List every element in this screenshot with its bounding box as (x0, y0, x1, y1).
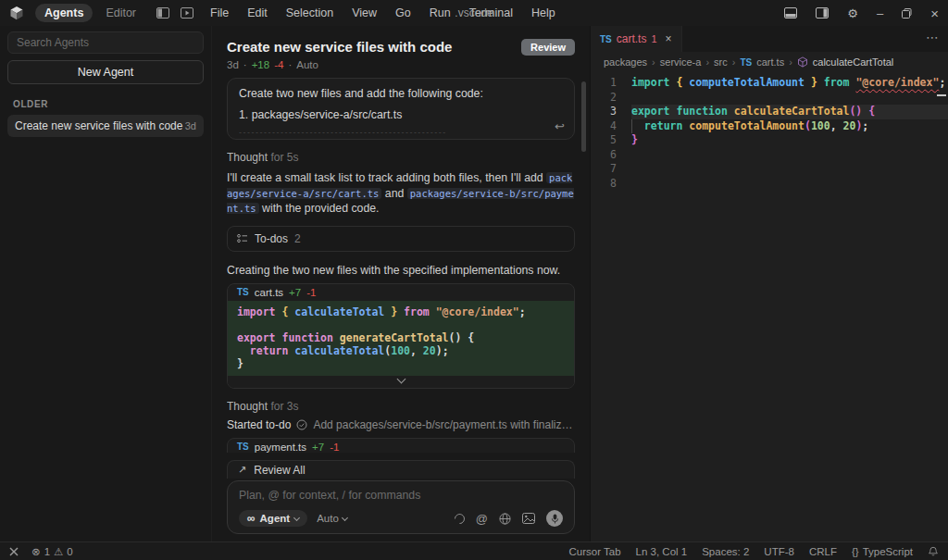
gutter-line-8: 8 (591, 177, 617, 192)
code-line: import { calculateTotal } from "@core/in… (237, 305, 565, 318)
code-line (631, 91, 948, 106)
titlebar: Agents Editor FileEditSelectionViewGoRun… (0, 0, 948, 26)
breadcrumb-cart-ts[interactable]: cart.ts (756, 56, 784, 68)
breadcrumb-sep-icon: › (789, 56, 792, 68)
braces-icon: {} (852, 546, 859, 557)
menu-item-edit[interactable]: Edit (240, 5, 275, 21)
model-selector[interactable]: Auto (317, 513, 347, 524)
menu-item-file[interactable]: File (203, 5, 236, 21)
panel-bottom-icon[interactable] (784, 7, 797, 19)
editor-tab-bar: TS cart.ts 1 × ⋯ (591, 26, 948, 52)
started-todo-desc: Add packages/service-b/src/payment.ts wi… (313, 418, 575, 431)
mic-button[interactable] (546, 510, 563, 527)
tab-cart-ts[interactable]: TS cart.ts 1 × (591, 26, 682, 52)
breadcrumb-packages[interactable]: packages (604, 56, 647, 68)
eol-status[interactable]: CRLF (809, 546, 837, 557)
agent-list-item[interactable]: Create new service files with code 3d (7, 115, 204, 137)
problems-indicator[interactable]: ⊗ 1 ⚠ 0 (31, 545, 73, 558)
search-agents-input[interactable] (7, 31, 204, 54)
menu-bar: FileEditSelectionViewGoRunTerminalHelp (203, 5, 563, 21)
meta-deletions: -4 (274, 59, 283, 70)
menu-item-help[interactable]: Help (524, 5, 563, 21)
indent-guide (631, 119, 632, 133)
bell-icon[interactable] (928, 546, 939, 557)
code-line (631, 148, 948, 163)
code-card-additions: +7 (312, 442, 324, 453)
menu-item-run[interactable]: Run (422, 5, 458, 21)
new-agent-button[interactable]: New Agent (7, 60, 204, 84)
meta-sep: · (243, 59, 247, 70)
user-message-box: Create two new files and add the followi… (227, 78, 575, 140)
remote-icon[interactable] (9, 547, 19, 556)
image-attach-icon[interactable] (522, 513, 535, 524)
review-all-bar[interactable]: ↗ Review All (227, 460, 575, 479)
code-line: export function calculateCartTotal() { (631, 105, 948, 119)
todos-label: To-dos (255, 232, 288, 245)
close-icon[interactable]: × (930, 6, 939, 21)
todos-collapsible[interactable]: To-dos 2 (227, 226, 575, 252)
assistant-paragraph: I'll create a small task list to track a… (227, 170, 575, 217)
tab-agents[interactable]: Agents (35, 4, 93, 22)
gear-icon[interactable]: ⚙ (847, 6, 858, 20)
todos-checklist-icon (237, 233, 248, 243)
indentation-status[interactable]: Spaces: 2 (702, 546, 749, 557)
agent-mode-selector[interactable]: ∞ Agent (239, 510, 307, 527)
diff-added-code: import { calculateTotal } from "@core/in… (228, 301, 574, 376)
gutter-line-6: 6 (591, 148, 617, 163)
panel-right-icon[interactable] (816, 7, 829, 19)
chat-input[interactable] (239, 489, 563, 502)
chat-scrollbar-thumb[interactable] (581, 81, 586, 152)
code-card-filename: cart.ts (255, 287, 283, 298)
code-card-header[interactable]: TS cart.ts +7 -1 (228, 284, 574, 301)
code-card-header[interactable]: TS payment.ts +7 -1 (228, 439, 574, 454)
infinity-icon: ∞ (247, 512, 256, 525)
layout-panel-run-icon[interactable] (181, 7, 193, 19)
agent-item-time: 3d (185, 120, 196, 131)
breadcrumb-symbol[interactable]: calculateCartTotal (813, 56, 893, 68)
at-mention-icon[interactable]: @ (476, 512, 488, 526)
ts-file-icon: TS (600, 34, 612, 44)
agent-selector-label: Agent (260, 513, 291, 524)
meta-sep: · (288, 59, 292, 70)
cursor-tab-status[interactable]: Cursor Tab (569, 546, 621, 557)
collapsed-content-indicator: ----------------------------------------… (239, 125, 452, 133)
agents-sidebar: New Agent OLDER Create new service files… (0, 26, 211, 541)
code-line (631, 177, 948, 192)
chat-meta: 3d · +18 -4 · Auto (227, 59, 575, 70)
globe-icon[interactable] (499, 513, 511, 525)
restore-icon[interactable] (902, 8, 912, 19)
statusbar: ⊗ 1 ⚠ 0 Cursor Tab Ln 3, Col 1 Spaces: 2… (0, 541, 948, 560)
line-col-status[interactable]: Ln 3, Col 1 (636, 546, 688, 557)
review-button[interactable]: Review (521, 39, 575, 56)
more-actions-icon[interactable]: ⋯ (926, 30, 939, 44)
breadcrumb-sep-icon: › (732, 56, 736, 68)
breadcrumb-service-a[interactable]: service-a (660, 56, 702, 68)
chevron-down-icon (293, 514, 300, 520)
code-card-filename: payment.ts (255, 442, 306, 453)
breadcrumb-sep-icon: › (705, 56, 709, 68)
layout-sidebar-icon[interactable] (156, 7, 169, 19)
todo-progress-icon (296, 419, 307, 430)
menu-item-selection[interactable]: Selection (279, 5, 341, 21)
thought-label[interactable]: Thought for 5s (227, 151, 575, 164)
breadcrumb-src[interactable]: src (714, 56, 728, 68)
tab-editor[interactable]: Editor (96, 4, 145, 22)
thought-label[interactable]: Thought for 3s (227, 400, 575, 413)
ts-file-icon: TS (740, 57, 752, 68)
code-editor[interactable]: 12345678 import { computeTotalAmount } f… (591, 72, 948, 191)
code-line (237, 318, 565, 331)
tab-close-icon[interactable]: × (666, 32, 672, 45)
menu-item-view[interactable]: View (344, 5, 384, 21)
chat-input-box[interactable]: ∞ Agent Auto @ (227, 480, 575, 534)
menu-item-go[interactable]: Go (388, 5, 418, 21)
breadcrumb-sep-icon: › (652, 56, 655, 68)
undo-icon[interactable]: ↩ (555, 118, 565, 134)
language-status[interactable]: {} TypeScript (852, 546, 913, 557)
expand-code-button[interactable] (228, 376, 574, 388)
error-icon: ⊗ (31, 545, 41, 558)
minimize-icon[interactable]: – (877, 6, 883, 20)
code-card-cart: TS cart.ts +7 -1 import { calculateTotal… (227, 283, 575, 389)
symbol-method-icon (797, 56, 808, 68)
editor-code-lines: import { computeTotalAmount } from "@cor… (617, 76, 948, 191)
encoding-status[interactable]: UTF-8 (764, 546, 794, 557)
